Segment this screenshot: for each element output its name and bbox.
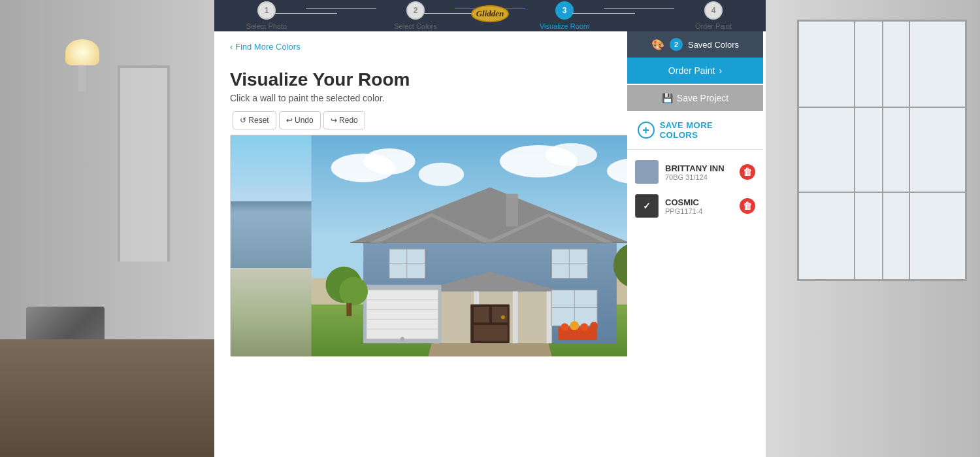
color-items-list: BRITTANY INN 70BG 31/124 🗑 ✓ COSMIC PPG1…: [627, 150, 763, 228]
step-2[interactable]: 2 Select Colors: [376, 1, 455, 30]
svg-point-3: [419, 163, 465, 186]
svg-rect-29: [546, 292, 551, 344]
step-3-circle: 3: [555, 1, 574, 20]
glidden-logo: Glidden: [471, 5, 509, 22]
step-1-circle: 1: [257, 1, 276, 20]
redo-button[interactable]: ↪ Redo: [323, 111, 365, 129]
reset-button[interactable]: ↺ Reset: [233, 111, 276, 129]
svg-point-49: [590, 322, 598, 330]
step-4-label: Order Paint: [695, 22, 732, 30]
svg-rect-31: [474, 307, 489, 322]
svg-rect-36: [367, 290, 438, 339]
color-info-1: BRITTANY INN 70BG 31/124: [665, 163, 733, 181]
order-paint-button[interactable]: Order Paint ›: [627, 58, 763, 84]
color-swatch-2: ✓: [635, 194, 659, 218]
save-icon: 💾: [662, 93, 673, 103]
plus-icon: +: [638, 122, 655, 139]
step-3[interactable]: 3 Visualize Room: [525, 1, 604, 30]
left-room-bg: [0, 0, 216, 457]
undo-button[interactable]: ↩ Undo: [279, 111, 321, 129]
list-item[interactable]: BRITTANY INN 70BG 31/124 🗑: [627, 155, 763, 189]
svg-rect-17: [506, 194, 518, 226]
svg-rect-33: [474, 325, 508, 341]
window: [797, 20, 967, 281]
right-room-bg: [764, 0, 980, 457]
saved-colors-label: Saved Colors: [688, 40, 739, 50]
right-sidebar: 🎨 2 Saved Colors Order Paint › 💾 Save Pr…: [627, 31, 763, 457]
svg-point-51: [339, 277, 368, 306]
list-item[interactable]: ✓ COSMIC PPG1171-4 🗑: [627, 189, 763, 223]
save-more-label: SAVE MORE COLORS: [660, 120, 753, 140]
delete-color-1-button[interactable]: 🗑: [740, 164, 755, 180]
controls-left: ↺ Reset ↩ Undo ↪ Redo: [233, 111, 365, 129]
svg-point-46: [561, 323, 568, 331]
svg-rect-32: [492, 307, 508, 322]
step-1[interactable]: 1 Select Photo: [227, 1, 306, 30]
svg-point-5: [546, 143, 598, 167]
svg-point-34: [501, 315, 505, 319]
save-project-button[interactable]: 💾 Save Project: [627, 85, 763, 111]
save-more-colors-button[interactable]: + SAVE MORE COLORS: [627, 111, 763, 150]
saved-colors-header: 🎨 2 Saved Colors: [627, 31, 763, 58]
step-2-label: Select Colors: [394, 22, 436, 30]
color-name-1: BRITTANY INN: [665, 163, 733, 173]
step-3-label: Visualize Room: [540, 22, 589, 30]
connector-3: [604, 8, 674, 9]
color-info-2: COSMIC PPG1171-4: [665, 197, 733, 215]
back-link[interactable]: ‹ Find More Colors: [230, 42, 301, 52]
color-name-2: COSMIC: [665, 197, 733, 207]
color-code-2: PPG1171-4: [665, 207, 733, 215]
delete-color-2-button[interactable]: 🗑: [740, 198, 755, 214]
svg-point-47: [570, 321, 579, 330]
connector-1: [306, 8, 376, 9]
step-2-circle: 2: [406, 1, 425, 20]
step-4[interactable]: 4 Order Paint: [674, 1, 753, 30]
saved-count-badge: 2: [670, 38, 683, 51]
check-icon: ✓: [643, 201, 651, 211]
step-4-circle: 4: [704, 1, 723, 20]
color-swatch-1: [635, 160, 659, 184]
color-code-1: 70BG 31/124: [665, 173, 733, 181]
svg-point-2: [363, 148, 416, 175]
svg-point-41: [400, 337, 404, 341]
svg-rect-52: [346, 303, 351, 316]
palette-icon: 🎨: [651, 39, 664, 51]
step-1-label: Select Photo: [246, 22, 287, 30]
svg-rect-28: [513, 292, 518, 344]
chevron-right-icon: ›: [719, 65, 722, 76]
svg-point-48: [580, 323, 588, 331]
